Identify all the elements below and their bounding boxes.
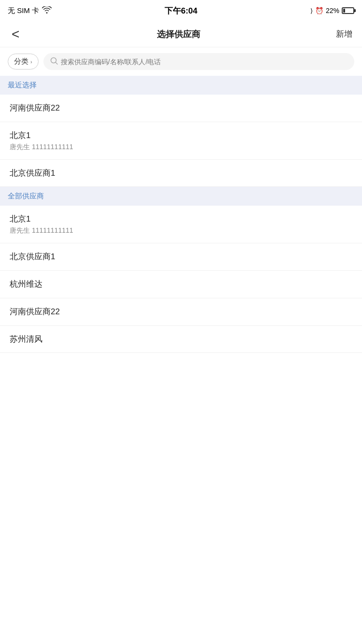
recent-section-header: 最近选择 — [0, 76, 362, 95]
item-name: 河南供应商22 — [10, 102, 352, 114]
page-title: 选择供应商 — [157, 28, 200, 40]
list-item[interactable]: 北京供应商1 — [0, 160, 362, 187]
search-icon — [50, 57, 58, 66]
category-label: 分类 — [14, 57, 28, 66]
recent-list: 河南供应商22 北京1 唐先生 11111111111 北京供应商1 — [0, 95, 362, 187]
item-name: 北京供应商1 — [10, 168, 352, 179]
item-name: 北京1 — [10, 213, 352, 225]
list-item[interactable]: 河南供应商22 — [0, 298, 362, 326]
location-icon: ⟩ — [310, 7, 313, 14]
filter-bar: 分类 › — [0, 47, 362, 76]
list-item[interactable]: 北京1 唐先生 11111111111 — [0, 206, 362, 243]
no-sim-label: 无 SIM 卡 — [8, 6, 39, 15]
alarm-icon: ⏰ — [315, 7, 323, 14]
item-name: 杭州维达 — [10, 279, 352, 290]
list-item[interactable]: 杭州维达 — [0, 271, 362, 298]
list-item[interactable]: 北京供应商1 — [0, 243, 362, 271]
item-name: 北京供应商1 — [10, 251, 352, 263]
category-button[interactable]: 分类 › — [8, 54, 39, 70]
search-input[interactable] — [61, 58, 348, 66]
list-item[interactable]: 北京1 唐先生 11111111111 — [0, 122, 362, 160]
item-name: 苏州清风 — [10, 334, 352, 345]
item-name: 北京1 — [10, 130, 352, 141]
wifi-icon — [42, 6, 52, 15]
search-box — [43, 53, 354, 70]
all-section-header: 全部供应商 — [0, 187, 362, 206]
svg-line-1 — [56, 62, 57, 64]
back-button[interactable]: < — [10, 23, 21, 46]
add-button[interactable]: 新增 — [336, 28, 352, 40]
item-name: 河南供应商22 — [10, 306, 352, 318]
item-sub: 唐先生 11111111111 — [10, 226, 352, 235]
list-item[interactable]: 苏州清风 — [0, 326, 362, 353]
nav-bar: < 选择供应商 新增 — [0, 21, 362, 47]
battery-percent: 22% — [326, 7, 339, 14]
list-item[interactable]: 河南供应商22 — [0, 95, 362, 122]
status-time: 下午6:04 — [165, 5, 197, 16]
status-right: ⟩ ⏰ 22% — [310, 7, 354, 14]
battery-icon — [342, 7, 354, 14]
item-sub: 唐先生 11111111111 — [10, 143, 352, 152]
status-left: 无 SIM 卡 — [8, 6, 52, 15]
all-list: 北京1 唐先生 11111111111 北京供应商1 杭州维达 河南供应商22 … — [0, 206, 362, 353]
status-bar: 无 SIM 卡 下午6:04 ⟩ ⏰ 22% — [0, 0, 362, 21]
chevron-right-icon: › — [30, 59, 32, 65]
